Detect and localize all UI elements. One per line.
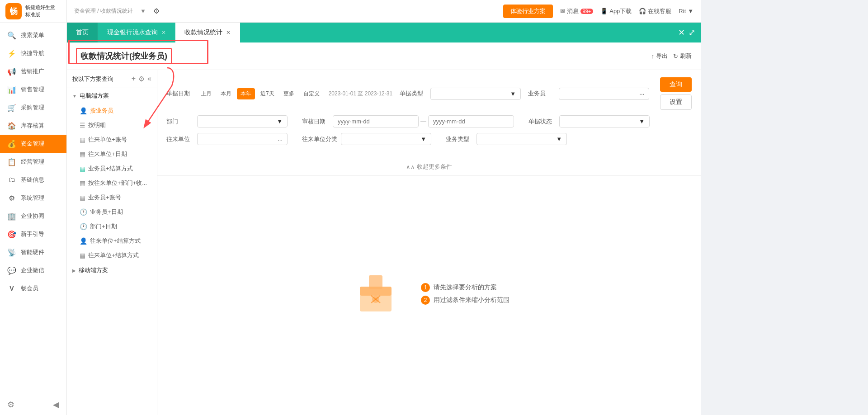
date-tab-7days[interactable]: 近7天 xyxy=(257,88,278,99)
app-download-action[interactable]: 📱 App下载 xyxy=(600,7,632,15)
review-date-from[interactable] xyxy=(333,115,419,127)
sidebar-item-marketing[interactable]: 📢 营销推广 xyxy=(0,62,66,80)
tab-close-collection[interactable]: ✕ xyxy=(226,29,231,36)
refresh-icon: ↻ xyxy=(673,53,678,60)
header-left: 资金管理 / 收款情况统计 ▼ ⚙ xyxy=(74,7,160,15)
quicknav-icon: ⚡ xyxy=(7,49,16,58)
date-tab-last-month[interactable]: 上月 xyxy=(197,88,215,99)
scheme-item-salesman-date[interactable]: 🕐 业务员+日期 xyxy=(67,205,157,219)
scheme-settings-icon[interactable]: ⚙ xyxy=(138,75,145,83)
guide-icon: 🎯 xyxy=(7,230,16,239)
date-separator: — xyxy=(420,118,426,125)
sidebar-nav: 🔍 搜索菜单 ⚡ 快捷导航 📢 营销推广 📊 销售管理 🛒 采购管理 🏠 xyxy=(0,23,66,394)
clock-icon-2: 🕐 xyxy=(80,223,87,230)
partner-input[interactable]: ... xyxy=(197,133,288,145)
sidebar-item-member[interactable]: V 畅会员 xyxy=(0,279,66,297)
date-tab-this-year[interactable]: 本年 xyxy=(237,88,255,99)
scheme-collapse-icon[interactable]: « xyxy=(147,75,151,83)
date-tab-this-month[interactable]: 本月 xyxy=(217,88,235,99)
user-dropdown-arrow: ▼ xyxy=(688,8,693,14)
tab-bank-flow[interactable]: 现金银行流水查询 ✕ xyxy=(98,23,175,42)
person-icon-2: 👤 xyxy=(80,237,87,245)
collapse-btn[interactable]: ∧∧ 收起更多条件 xyxy=(406,163,452,171)
date-tab-custom[interactable]: 自定义 xyxy=(300,88,323,99)
search-icon: 🔍 xyxy=(7,31,16,40)
filter-partner-item: 往来单位 ... xyxy=(166,133,288,145)
sidebar-item-finance[interactable]: 💰 资金管理 xyxy=(0,135,66,153)
setting-button[interactable]: 设置 xyxy=(660,94,692,110)
main-area: 单据日期 上月 本月 本年 近7天 更多 自定义 2023-01-01 至 20… xyxy=(157,70,701,415)
collapse-bar[interactable]: ∧∧ 收起更多条件 xyxy=(157,158,701,176)
tab-home[interactable]: 首页 xyxy=(67,23,98,42)
collapse-up-icon: ∧∧ xyxy=(406,164,415,170)
sales-icon: 📊 xyxy=(7,85,16,94)
online-service-action[interactable]: 🎧 在线客服 xyxy=(639,7,671,15)
doctype-select[interactable]: ▼ xyxy=(430,88,521,100)
scheme-group-desktop: ▼ 电脑端方案 👤 按业务员 ☰ 按明细 ▦ xyxy=(67,88,157,263)
sidebar-item-inventory[interactable]: 🏠 库存核算 xyxy=(0,117,66,135)
review-date-to[interactable] xyxy=(428,115,514,127)
empty-hints: 1 请先选择要分析的方案 2 用过滤条件来缩小分析范围 xyxy=(421,283,509,308)
doctype-dropdown-icon: ▼ xyxy=(510,90,516,97)
scheme-item-partner-settle1[interactable]: 👤 往来单位+结算方式 xyxy=(67,234,157,248)
sidebar-item-quicknav[interactable]: ⚡ 快捷导航 xyxy=(0,44,66,62)
tab-close-all-icon[interactable]: ✕ xyxy=(678,28,685,38)
basicinfo-icon: 🗂 xyxy=(7,175,16,184)
dropdown-arrow[interactable]: ▼ xyxy=(140,8,146,14)
scheme-item-detail[interactable]: ☰ 按明细 xyxy=(67,118,157,132)
sidebar-item-system[interactable]: ⚙ 系统管理 xyxy=(0,189,66,207)
filter-row-1: 单据日期 上月 本月 本年 近7天 更多 自定义 2023-01-01 至 20… xyxy=(166,77,692,110)
export-button[interactable]: ↑ 导出 xyxy=(651,52,668,60)
trial-button[interactable]: 体验行业方案 xyxy=(503,5,553,18)
sidebar-item-enterprise[interactable]: 🏢 企业协同 xyxy=(0,207,66,225)
scheme-add-icon[interactable]: + xyxy=(132,75,136,83)
scheme-item-partner-dept[interactable]: ▦ 按往来单位+部门+收... xyxy=(67,176,157,190)
tab-close-bank-flow[interactable]: ✕ xyxy=(161,29,166,36)
scheme-item-partner-date[interactable]: ▦ 往来单位+日期 xyxy=(67,147,157,161)
sidebar-item-sales[interactable]: 📊 销售管理 xyxy=(0,80,66,99)
reviewdate-label: 审核日期 xyxy=(302,118,329,126)
scheme-item-partner-settle2[interactable]: ▦ 往来单位+结算方式 xyxy=(67,248,157,263)
message-action[interactable]: ✉ 消息 99+ xyxy=(560,7,594,15)
scheme-item-salesman[interactable]: 👤 按业务员 xyxy=(67,104,157,118)
operations-icon: 📋 xyxy=(7,157,16,166)
sidebar-item-operations[interactable]: 📋 经营管理 xyxy=(0,153,66,171)
sidebar-collapse-icon[interactable]: ◀ xyxy=(53,400,59,410)
sidebar-item-guide[interactable]: 🎯 新手引导 xyxy=(0,225,66,243)
tab-bar: 首页 现金银行流水查询 ✕ 收款情况统计 ✕ ✕ ⤢ xyxy=(67,23,701,42)
scheme-item-salesman-account[interactable]: ▦ 业务员+账号 xyxy=(67,190,157,205)
salesman-select[interactable]: ··· xyxy=(559,88,649,100)
scheme-item-salesman-settle[interactable]: ▦ 业务员+结算方式 xyxy=(67,161,157,176)
biztype-select[interactable]: ▼ xyxy=(476,133,567,145)
scheme-group-mobile-title[interactable]: ▶ 移动端方案 xyxy=(67,263,157,278)
scheme-title: 按以下方案查询 xyxy=(72,75,113,83)
sidebar-item-smarthw[interactable]: 📡 智能硬件 xyxy=(0,243,66,261)
message-badge: 99+ xyxy=(580,9,594,14)
table-icon-2: ▦ xyxy=(80,151,85,158)
partner-category-select[interactable]: ▼ xyxy=(341,133,431,145)
sidebar-settings-icon[interactable]: ⚙ xyxy=(7,400,14,410)
scheme-group-desktop-title[interactable]: ▼ 电脑端方案 xyxy=(67,88,157,104)
refresh-button[interactable]: ↻ 刷新 xyxy=(673,52,692,60)
date-tab-more[interactable]: 更多 xyxy=(280,88,298,99)
sidebar-item-basicinfo[interactable]: 🗂 基础信息 xyxy=(0,171,66,189)
tab-expand-icon[interactable]: ⤢ xyxy=(689,28,695,38)
settings-gear[interactable]: ⚙ xyxy=(153,7,160,15)
biztype-dropdown-icon: ▼ xyxy=(556,136,562,142)
sidebar-item-search[interactable]: 🔍 搜索菜单 xyxy=(0,26,66,44)
dept-select[interactable]: ▼ xyxy=(197,115,288,127)
hint-text-2: 用过滤条件来缩小分析范围 xyxy=(434,296,509,304)
table-icon-1: ▦ xyxy=(80,136,85,143)
hint-num-1: 1 xyxy=(421,283,430,292)
date-range-display: 2023-01-01 至 2023-12-31 xyxy=(329,90,392,98)
scheme-item-dept-date[interactable]: 🕐 部门+日期 xyxy=(67,219,157,234)
user-name[interactable]: Rit ▼ xyxy=(679,8,693,14)
sidebar-item-purchase[interactable]: 🛒 采购管理 xyxy=(0,99,66,117)
docstatus-select[interactable]: ▼ xyxy=(559,115,650,127)
query-button[interactable]: 查询 xyxy=(660,77,692,92)
sidebar-item-weixin[interactable]: 💬 企业微信 xyxy=(0,261,66,279)
scheme-item-partner-account[interactable]: ▦ 往来单位+账号 xyxy=(67,132,157,147)
tab-collection-stats[interactable]: 收款情况统计 ✕ xyxy=(175,23,240,42)
app-logo: 畅 畅捷通好生意 标准版 xyxy=(0,0,66,23)
page-content: 收款情况统计(按业务员) ↑ 导出 ↻ 刷新 按以下 xyxy=(67,42,701,415)
